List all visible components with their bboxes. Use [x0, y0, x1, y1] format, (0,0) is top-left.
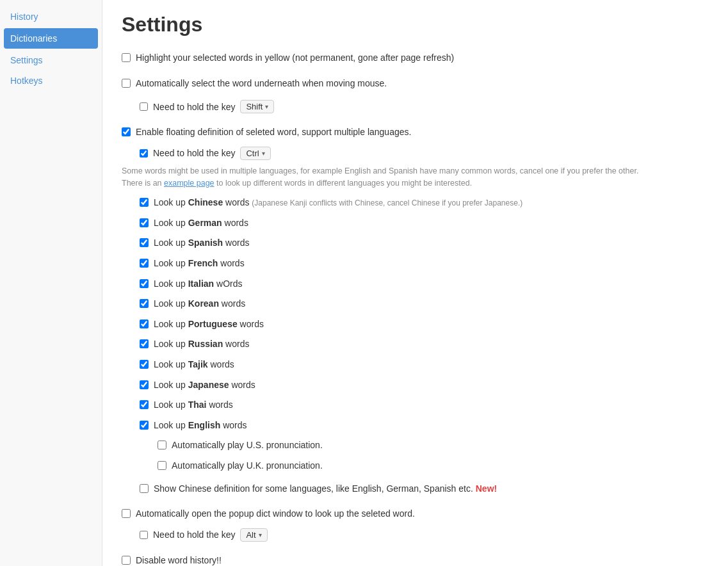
sidebar-item-settings[interactable]: Settings — [0, 50, 102, 70]
language-list: Look up Chinese words (Japanese Kanji co… — [140, 197, 709, 495]
uk-pronunciation-checkbox[interactable] — [158, 461, 166, 470]
auto-popup-checkbox[interactable] — [122, 509, 131, 518]
tajik-checkbox[interactable] — [140, 360, 149, 369]
alt-key-dropdown[interactable]: Alt ▾ — [240, 528, 267, 542]
english-checkbox[interactable] — [140, 421, 149, 430]
new-badge-1: New! — [476, 483, 497, 494]
disable-history-checkbox[interactable] — [122, 556, 131, 565]
alt-dropdown-arrow: ▾ — [259, 531, 262, 538]
page-title: Settings — [122, 13, 709, 36]
floating-def-checkbox[interactable] — [122, 127, 131, 136]
korean-checkbox[interactable] — [140, 299, 149, 308]
english-setting: Look up English words — [140, 419, 709, 432]
shift-dropdown-arrow: ▾ — [265, 103, 268, 110]
shift-hold-checkbox[interactable] — [140, 102, 148, 111]
portuguese-checkbox[interactable] — [140, 319, 149, 328]
sidebar-item-hotkeys[interactable]: Hotkeys — [0, 70, 102, 91]
auto-select-setting: Automatically select the word underneath… — [122, 77, 709, 90]
sidebar: History Dictionaries Settings Hotkeys — [0, 0, 102, 566]
ctrl-hold-checkbox[interactable] — [140, 149, 148, 158]
info-text: Some words might be used in multiple lan… — [122, 165, 709, 190]
ctrl-dropdown-arrow: ▾ — [262, 150, 265, 157]
alt-key-row: Need to hold the key Alt ▾ — [140, 528, 709, 542]
us-pronunciation-setting: Automatically play U.S. pronunciation. — [158, 439, 709, 452]
floating-def-label[interactable]: Enable floating definition of seleted wo… — [122, 126, 709, 139]
chinese-checkbox[interactable] — [140, 198, 149, 207]
korean-setting: Look up Korean words — [140, 298, 709, 311]
main-content: Settings Highlight your selected words i… — [102, 0, 728, 566]
german-setting: Look up German words — [140, 217, 709, 230]
shift-key-dropdown[interactable]: Shift ▾ — [240, 100, 274, 113]
floating-def-setting: Enable floating definition of seleted wo… — [122, 126, 709, 139]
chinese-setting: Look up Chinese words (Japanese Kanji co… — [140, 197, 709, 209]
ctrl-key-row: Need to hold the key Ctrl ▾ — [140, 147, 709, 160]
japanese-checkbox[interactable] — [140, 380, 149, 389]
shift-key-row: Need to hold the key Shift ▾ — [140, 100, 709, 113]
example-page-link[interactable]: example page — [164, 179, 214, 188]
german-checkbox[interactable] — [140, 218, 149, 227]
french-checkbox[interactable] — [140, 259, 149, 268]
russian-setting: Look up Russian words — [140, 338, 709, 351]
chinese-def-checkbox[interactable] — [140, 484, 149, 493]
disable-history-setting: Disable word history!! — [122, 554, 709, 566]
auto-select-checkbox[interactable] — [122, 79, 131, 88]
highlight-checkbox[interactable] — [122, 53, 131, 62]
chinese-def-setting: Show Chinese definition for some languag… — [140, 483, 709, 496]
italian-checkbox[interactable] — [140, 279, 149, 288]
thai-setting: Look up Thai words — [140, 399, 709, 412]
us-pronunciation-checkbox[interactable] — [158, 441, 166, 449]
portuguese-setting: Look up Portuguese words — [140, 318, 709, 331]
highlight-setting: Highlight your selected words in yellow … — [122, 52, 709, 65]
japanese-setting: Look up Japanese words — [140, 379, 709, 392]
sidebar-item-dictionaries[interactable]: Dictionaries — [4, 28, 98, 49]
spanish-checkbox[interactable] — [140, 238, 149, 247]
auto-select-label[interactable]: Automatically select the word underneath… — [122, 77, 709, 90]
ctrl-key-dropdown[interactable]: Ctrl ▾ — [240, 147, 270, 160]
italian-setting: Look up Italian wOrds — [140, 278, 709, 291]
french-setting: Look up French words — [140, 257, 709, 270]
spanish-setting: Look up Spanish words — [140, 237, 709, 250]
tajik-setting: Look up Tajik words — [140, 359, 709, 371]
uk-pronunciation-setting: Automatically play U.K. pronunciation. — [158, 460, 709, 473]
sidebar-item-history[interactable]: History — [0, 6, 102, 27]
highlight-label[interactable]: Highlight your selected words in yellow … — [122, 52, 709, 65]
thai-checkbox[interactable] — [140, 400, 149, 409]
pronunciation-options: Automatically play U.S. pronunciation. A… — [158, 439, 709, 472]
auto-popup-setting: Automatically open the popup dict window… — [122, 508, 709, 521]
russian-checkbox[interactable] — [140, 339, 149, 348]
alt-hold-checkbox[interactable] — [140, 531, 148, 539]
